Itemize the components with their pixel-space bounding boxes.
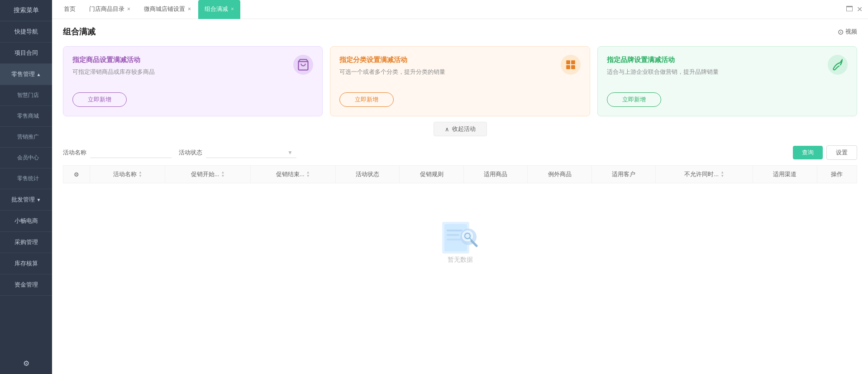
collapse-activities-button[interactable]: ∧ 收起活动 — [434, 122, 487, 136]
tab-store-catalog[interactable]: 门店商品目录 × — [83, 0, 137, 19]
col-applicable-channel: 适用渠道 — [753, 166, 817, 183]
svg-rect-8 — [447, 234, 459, 236]
sort-arrows-concurrent[interactable]: ▲▼ — [720, 171, 724, 178]
sidebar-item-member-center[interactable]: 会员中心 — [0, 148, 52, 168]
svg-rect-1 — [566, 60, 570, 64]
col-settings[interactable]: ⚙ — [63, 166, 90, 183]
sidebar-item-marketing[interactable]: 营销推广 — [0, 127, 52, 148]
empty-state: 暂无数据 — [63, 183, 857, 282]
sidebar-item-xiaochang[interactable]: 小畅电商 — [0, 211, 52, 232]
col-promo-start-label: 促销开始... — [191, 170, 219, 178]
category-card-title: 指定分类设置满减活动 — [339, 56, 580, 64]
cards-section: 指定商品设置满减活动 可指定滞销商品或库存较多商品 立即新增 指定分类设置满减活 — [52, 43, 868, 116]
sidebar-item-label: 零售管理 — [11, 70, 35, 78]
col-promo-rules: 促销规则 — [400, 166, 464, 183]
activity-name-input[interactable] — [90, 147, 172, 158]
main-content: 首页 门店商品目录 × 微商城店铺设置 × 组合满减 × 🗖 ✕ 组合满减 ⊙ … — [52, 0, 868, 374]
sidebar-item-label: 营销推广 — [17, 133, 39, 141]
chevron-up-icon: ∧ — [445, 126, 449, 133]
col-not-allow-concurrent: 不允许同时... ▲▼ — [656, 166, 753, 183]
collapse-bar: ∧ 收起活动 — [52, 116, 868, 140]
category-card-add-button[interactable]: 立即新增 — [339, 92, 394, 107]
query-button[interactable]: 查询 — [793, 146, 823, 159]
sidebar-item-label: 资金管理 — [14, 281, 38, 289]
sidebar-search[interactable]: 搜索菜单 — [0, 0, 52, 21]
col-except-goods-label: 例外商品 — [548, 171, 572, 177]
data-table: ⚙ 活动名称 ▲▼ 促销开始... ▲▼ — [63, 165, 857, 282]
brand-card-add-button[interactable]: 立即新增 — [607, 92, 661, 107]
sort-arrows[interactable]: ▲▼ — [138, 171, 142, 178]
activity-status-field: 活动状态 ▼ — [179, 148, 296, 158]
search-bar: 活动名称 活动状态 ▼ 查询 设置 — [52, 140, 868, 165]
col-activity-name: 活动名称 ▲▼ — [90, 166, 165, 183]
video-link-label: 视频 — [845, 28, 857, 36]
sort-arrows-end[interactable]: ▲▼ — [306, 171, 310, 178]
sidebar-item-funds-mgmt[interactable]: 资金管理 — [0, 274, 52, 296]
sidebar-item-label: 小畅电商 — [14, 217, 38, 225]
col-activity-status: 活动状态 — [335, 166, 400, 183]
col-not-allow-concurrent-label: 不允许同时... — [684, 170, 719, 178]
sidebar-item-purchase-mgmt[interactable]: 采购管理 — [0, 232, 52, 253]
category-promo-card: 指定分类设置满减活动 可选一个或者多个分类，提升分类的销量 立即新增 — [330, 46, 590, 116]
product-promo-card: 指定商品设置满减活动 可指定滞销商品或库存较多商品 立即新增 — [63, 46, 323, 116]
product-card-desc: 可指定滞销商品或库存较多商品 — [72, 68, 313, 76]
col-applicable-customer: 适用客户 — [591, 166, 656, 183]
brand-promo-card: 指定品牌设置满减活动 适合与上游企业联合做营销，提升品牌销量 立即新增 — [597, 46, 857, 116]
play-circle-icon: ⊙ — [838, 28, 844, 36]
sidebar-item-retail-mgmt[interactable]: 零售管理 ▲ — [0, 64, 52, 85]
window-close-icon[interactable]: ✕ — [857, 5, 863, 14]
col-activity-status-label: 活动状态 — [356, 171, 379, 177]
sidebar-item-wholesale-mgmt[interactable]: 批发管理 ▼ — [0, 189, 52, 211]
sidebar-item-label: 智慧门店 — [17, 91, 39, 99]
tab-wechat-settings[interactable]: 微商城店铺设置 × — [138, 0, 197, 19]
svg-rect-2 — [571, 60, 575, 64]
activity-status-select[interactable]: ▼ — [206, 148, 296, 158]
col-promo-end: 促销结束... ▲▼ — [250, 166, 335, 183]
sidebar-item-project-contract[interactable]: 项目合同 — [0, 43, 52, 64]
sidebar-item-label: 采购管理 — [14, 238, 38, 246]
sidebar: 搜索菜单 快捷导航 项目合同 零售管理 ▲ 智慧门店 零售商城 营销推广 会员中… — [0, 0, 52, 374]
sidebar-item-smart-store[interactable]: 智慧门店 — [0, 85, 52, 106]
col-applicable-channel-label: 适用渠道 — [773, 171, 796, 177]
sort-arrows-start[interactable]: ▲▼ — [221, 171, 224, 178]
tab-store-catalog-label: 门店商品目录 — [89, 5, 124, 13]
sidebar-item-label: 项目合同 — [14, 49, 38, 57]
col-promo-end-label: 促销结束... — [276, 170, 305, 178]
sidebar-item-retail-mall[interactable]: 零售商城 — [0, 106, 52, 127]
set-button[interactable]: 设置 — [826, 145, 857, 160]
product-card-add-button[interactable]: 立即新增 — [72, 92, 127, 107]
sidebar-item-label: 库存核算 — [14, 259, 38, 268]
empty-illustration — [433, 211, 487, 256]
brand-card-title: 指定品牌设置满减活动 — [607, 56, 848, 64]
activity-name-label: 活动名称 — [63, 149, 86, 157]
settings-button[interactable]: ⚙ — [0, 353, 52, 374]
chevron-up-icon: ▲ — [37, 72, 41, 77]
svg-rect-9 — [447, 239, 461, 240]
page-header: 组合满减 ⊙ 视频 — [52, 19, 868, 43]
sidebar-item-label: 零售统计 — [17, 175, 39, 182]
sidebar-item-retail-stats[interactable]: 零售统计 — [0, 168, 52, 189]
settings-icon: ⚙ — [74, 171, 79, 178]
col-applicable-goods: 适用商品 — [463, 166, 528, 183]
col-promo-rules-label: 促销规则 — [420, 171, 444, 177]
sidebar-item-label: 零售商城 — [17, 112, 39, 120]
table-section: ⚙ 活动名称 ▲▼ 促销开始... ▲▼ — [52, 165, 868, 282]
activity-status-label: 活动状态 — [179, 149, 202, 157]
video-link[interactable]: ⊙ 视频 — [838, 28, 857, 36]
window-restore-icon[interactable]: 🗖 — [846, 5, 853, 14]
svg-rect-4 — [571, 65, 575, 69]
tab-home[interactable]: 首页 — [57, 0, 82, 19]
activity-name-field: 活动名称 — [63, 147, 172, 158]
col-applicable-goods-label: 适用商品 — [484, 171, 507, 177]
tab-wechat-settings-close[interactable]: × — [188, 6, 191, 12]
leaf-icon — [832, 59, 844, 71]
page-area: 组合满减 ⊙ 视频 指定商品设置满减活动 可指定滞销商品或库存 — [52, 19, 868, 374]
svg-rect-7 — [447, 230, 463, 231]
tab-combo-discount-close[interactable]: × — [231, 6, 234, 12]
sidebar-item-quick-nav[interactable]: 快捷导航 — [0, 21, 52, 43]
sidebar-item-label: 会员中心 — [17, 154, 39, 162]
tab-bar: 首页 门店商品目录 × 微商城店铺设置 × 组合满减 × 🗖 ✕ — [52, 0, 868, 19]
tab-combo-discount[interactable]: 组合满减 × — [198, 0, 240, 19]
sidebar-item-inventory[interactable]: 库存核算 — [0, 253, 52, 274]
tab-store-catalog-close[interactable]: × — [127, 6, 130, 12]
